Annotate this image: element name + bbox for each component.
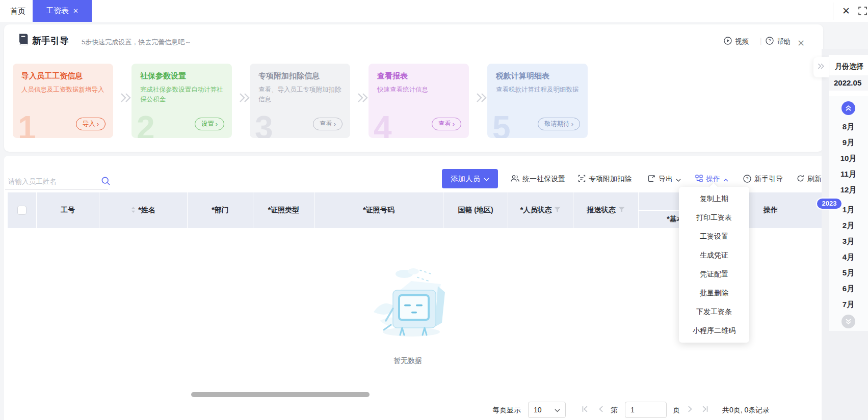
header-nationality: 国籍 (地区) xyxy=(443,192,508,228)
step-action-label: 敬请期待 xyxy=(544,120,570,128)
first-page-icon[interactable] xyxy=(581,405,589,415)
month-item[interactable]: 2月 xyxy=(829,217,868,233)
year-badge: 2023 xyxy=(816,198,843,210)
add-person-label: 添加人员 xyxy=(451,174,480,184)
step-action-button[interactable]: 敬请期待 xyxy=(538,118,580,130)
month-item[interactable]: 9月 xyxy=(829,134,868,150)
header-label: 工号 xyxy=(61,206,75,215)
export-button[interactable]: 导出 xyxy=(648,172,681,186)
step-desc: 查看税款计算过程及明细数据 xyxy=(496,85,581,95)
window-close-icon[interactable]: ✕ xyxy=(839,4,853,18)
question-circle-icon: ? xyxy=(743,175,751,184)
page-number-input[interactable] xyxy=(625,405,662,414)
month-item[interactable]: 6月 xyxy=(829,281,868,296)
step-number: 5 xyxy=(492,114,511,138)
header-name: *姓名 xyxy=(99,192,188,228)
tab-close-icon[interactable]: ✕ xyxy=(73,7,78,15)
month-item[interactable]: 8月 xyxy=(829,119,868,134)
menu-item-mini-program-qr[interactable]: 小程序二维码 xyxy=(679,321,749,340)
add-person-button[interactable]: 添加人员 xyxy=(442,169,498,188)
step-action-button[interactable]: 设置 xyxy=(195,118,224,130)
export-label: 导出 xyxy=(659,175,673,184)
month-item[interactable]: 5月 xyxy=(829,265,868,281)
header-label: *证照号码 xyxy=(363,206,394,215)
guide-subtitle: 5步快速完成设置，快去完善信息吧～ xyxy=(82,38,191,47)
next-page-icon[interactable] xyxy=(686,405,694,415)
banner-close-icon[interactable]: ✕ xyxy=(797,38,805,49)
empty-illustration xyxy=(364,264,456,347)
header-label: *姓名 xyxy=(138,206,155,215)
banner-divider: ｜ xyxy=(757,37,765,46)
month-panel-title: 月份选择 xyxy=(829,55,868,71)
chevron-down-icon xyxy=(676,175,681,183)
per-page-label: 每页显示 xyxy=(492,406,521,415)
month-item[interactable]: 10月 xyxy=(829,150,868,166)
filter-icon[interactable] xyxy=(554,206,561,214)
search-input[interactable] xyxy=(5,173,108,190)
app-window: 首页 工资表 ✕ ✕ 新手引导 5步快速完成设置，快去完善信息吧～ 视频 ｜ ?… xyxy=(0,0,868,420)
special-deduction-button[interactable]: 专项附加扣除 xyxy=(578,172,632,186)
chevron-up-icon xyxy=(723,175,728,183)
double-chevron-icon xyxy=(475,92,488,105)
menu-item-salary-settings[interactable]: 工资设置 xyxy=(679,227,749,246)
sort-icon[interactable] xyxy=(131,206,136,215)
step-action-button[interactable]: 查看 xyxy=(432,118,461,130)
step-action-button[interactable]: 查看 xyxy=(313,118,343,130)
window-expand-icon[interactable] xyxy=(858,7,867,17)
step-card-report: 查看报表 快速查看统计信息 4 查看 xyxy=(369,64,469,138)
step-number: 1 xyxy=(18,114,36,138)
header-label: *人员状态 xyxy=(520,206,551,215)
menu-item-print[interactable]: 打印工资表 xyxy=(679,208,749,227)
step-card-import: 导入员工工资信息 人员信息及工资数据新增导入 1 导入 xyxy=(13,64,113,138)
step-desc: 快速查看统计信息 xyxy=(377,85,462,95)
month-item[interactable]: 4月 xyxy=(829,249,868,265)
tab-home[interactable]: 首页 xyxy=(6,0,30,22)
menu-item-send-payslip[interactable]: 下发工资条 xyxy=(679,302,749,321)
menu-item-batch-delete[interactable]: 批量删除 xyxy=(679,284,749,302)
operations-menu: 复制上期 打印工资表 工资设置 生成凭证 凭证配置 批量删除 下发工资条 小程序… xyxy=(679,187,749,343)
prev-page-icon[interactable] xyxy=(597,405,605,415)
chevron-down-icon xyxy=(555,406,560,414)
scroll-down-button[interactable] xyxy=(841,315,855,328)
search-icon[interactable] xyxy=(101,176,111,188)
tab-salary-active[interactable]: 工资表 ✕ xyxy=(33,0,92,22)
tab-home-label: 首页 xyxy=(10,7,25,15)
double-chevron-icon xyxy=(356,92,370,105)
help-button[interactable]: ? 帮助 xyxy=(766,37,791,46)
scroll-up-button[interactable] xyxy=(841,101,855,115)
sidebar-collapse-tab[interactable] xyxy=(813,57,829,77)
per-page-value: 10 xyxy=(534,406,542,414)
step-action-label: 导入 xyxy=(83,120,95,128)
menu-item-voucher-config[interactable]: 凭证配置 xyxy=(679,265,749,284)
newbie-guide-button[interactable]: ? 新手引导 xyxy=(743,172,783,186)
header-label: 报送状态 xyxy=(587,206,616,215)
select-all-checkbox[interactable] xyxy=(17,206,27,215)
month-item[interactable]: 12月 xyxy=(829,182,868,198)
svg-text:?: ? xyxy=(746,176,748,181)
social-security-button[interactable]: 统一社保设置 xyxy=(511,172,565,186)
step-action-button[interactable]: 导入 xyxy=(76,118,106,130)
step-desc: 人员信息及工资数据新增导入 xyxy=(21,85,106,95)
month-item[interactable]: 11月 xyxy=(829,166,868,182)
topbar-divider xyxy=(833,3,833,20)
month-item[interactable]: 7月 xyxy=(829,296,868,312)
header-label: *证照类型 xyxy=(268,206,299,215)
per-page-select[interactable]: 10 xyxy=(528,402,566,418)
horizontal-scrollbar[interactable] xyxy=(191,392,370,397)
collapse-icon xyxy=(817,63,825,72)
refresh-button[interactable]: 刷新 xyxy=(797,172,822,186)
header-label: *部门 xyxy=(212,206,228,215)
step-action-label: 查看 xyxy=(438,120,451,128)
refresh-label: 刷新 xyxy=(807,175,822,184)
menu-item-copy-last[interactable]: 复制上期 xyxy=(679,189,749,208)
month-item[interactable]: 3月 xyxy=(829,233,868,249)
last-page-icon[interactable] xyxy=(701,405,709,415)
operations-icon xyxy=(695,175,703,184)
video-button[interactable]: 视频 xyxy=(724,37,749,46)
special-deduction-label: 专项附加扣除 xyxy=(589,175,632,184)
social-security-label: 统一社保设置 xyxy=(522,175,565,184)
filter-icon[interactable] xyxy=(618,206,625,214)
menu-item-generate-voucher[interactable]: 生成凭证 xyxy=(679,246,749,265)
svg-text:?: ? xyxy=(768,38,771,43)
newbie-guide-banner: 新手引导 5步快速完成设置，快去完善信息吧～ 视频 ｜ ? 帮助 ✕ 导入员工工… xyxy=(4,24,823,152)
